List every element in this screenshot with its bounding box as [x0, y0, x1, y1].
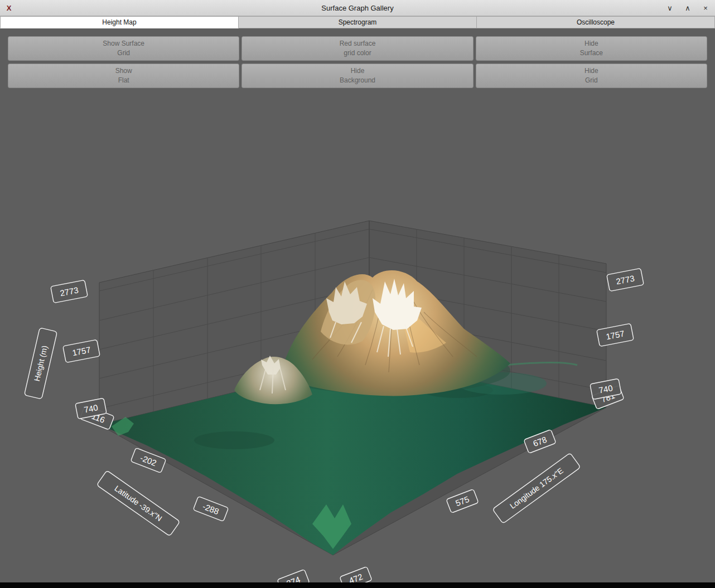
bottom-edge-bar — [0, 582, 715, 588]
button-label: Show — [115, 66, 132, 76]
window-title: Surface Graph Gallery — [0, 4, 715, 12]
button-label: Hide — [584, 39, 598, 48]
hide-background-button[interactable]: Hide Background — [241, 64, 473, 88]
control-button-grid: Show Surface Grid Red surface grid color… — [0, 28, 715, 88]
button-label: Hide — [584, 66, 598, 76]
button-label: grid color — [344, 48, 371, 58]
button-label: Show Surface — [103, 39, 144, 48]
height-tick-label: 2773 — [607, 268, 644, 291]
height-axis-title: Height (m) — [24, 328, 57, 399]
latitude-axis-title: Latitude -39.x"N — [96, 470, 180, 536]
height-tick-label: 1757 — [63, 339, 100, 362]
button-label: Red surface — [340, 39, 376, 48]
height-tick-label: 2773 — [51, 280, 88, 303]
tab-height-map[interactable]: Height Map — [0, 16, 239, 28]
hide-grid-button[interactable]: Hide Grid — [476, 64, 707, 88]
longitude-tick-label: 575 — [446, 489, 479, 513]
minimize-icon[interactable]: ∨ — [665, 4, 675, 12]
longitude-axis-title: Longitude 175.x"E — [492, 453, 581, 524]
tab-bar: Height Map Spectrogram Oscilloscope — [0, 16, 715, 28]
show-flat-button[interactable]: Show Flat — [8, 64, 239, 88]
close-icon[interactable]: × — [700, 4, 711, 12]
button-label: Hide — [351, 66, 365, 76]
red-surface-grid-color-button[interactable]: Red surface grid color — [241, 36, 473, 61]
hide-surface-button[interactable]: Hide Surface — [476, 36, 707, 61]
button-label: Flat — [118, 76, 129, 85]
titlebar[interactable]: X Surface Graph Gallery ∨ ∧ × — [0, 0, 715, 16]
tab-oscilloscope[interactable]: Oscilloscope — [477, 16, 715, 28]
button-label: Grid — [585, 76, 598, 85]
app-window: Height (m) -116 -202 -288 Latitude -39.x… — [0, 0, 715, 588]
latitude-tick-label: -288 — [193, 496, 228, 521]
maximize-icon[interactable]: ∧ — [683, 4, 693, 12]
surface-plot-3d[interactable]: Height (m) -116 -202 -288 Latitude -39.x… — [0, 0, 715, 588]
button-label: Surface — [580, 48, 603, 58]
show-surface-grid-button[interactable]: Show Surface Grid — [8, 36, 239, 61]
svg-text:Longitude 175.x"E: Longitude 175.x"E — [508, 466, 565, 511]
tab-spectrogram[interactable]: Spectrogram — [239, 16, 477, 28]
button-label: Background — [340, 76, 375, 85]
svg-text:Latitude -39.x"N: Latitude -39.x"N — [113, 484, 163, 523]
button-label: Grid — [117, 48, 130, 58]
